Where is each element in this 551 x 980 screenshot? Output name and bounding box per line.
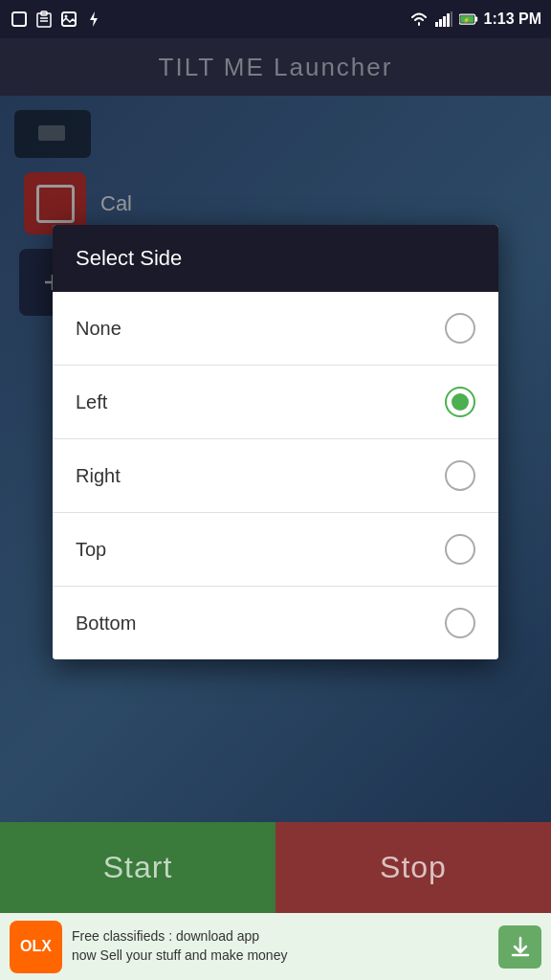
svg-rect-8 [439, 19, 442, 27]
ad-banner[interactable]: OLX Free classifieds : download app now … [0, 913, 551, 980]
svg-text:⚡: ⚡ [463, 16, 471, 24]
radio-left-circle [445, 387, 475, 417]
svg-rect-0 [12, 12, 26, 26]
select-side-dialog: Select Side None Left Right Top Bottom [53, 225, 498, 659]
battery-icon: ⚡ [459, 10, 478, 29]
radio-bottom-circle [445, 608, 475, 638]
svg-rect-9 [443, 16, 446, 27]
ad-line1: Free classifieds : download app [72, 927, 489, 947]
radio-right-circle [445, 460, 475, 491]
dialog-header: Select Side [53, 225, 498, 292]
radio-bottom-label: Bottom [76, 612, 136, 635]
radio-right[interactable]: Right [53, 439, 498, 513]
stop-button[interactable]: Stop [276, 822, 551, 913]
app-background: TILT ME Launcher Cal [0, 38, 551, 980]
time-display: 1:13 PM [484, 11, 541, 28]
radio-none-circle [445, 313, 475, 344]
radio-bottom[interactable]: Bottom [53, 587, 498, 659]
radio-none-label: None [76, 318, 121, 340]
status-bar: ⚡ 1:13 PM [0, 0, 551, 38]
dialog-title: Select Side [76, 246, 182, 270]
dialog-body: None Left Right Top Bottom [53, 292, 498, 659]
radio-left[interactable]: Left [53, 366, 498, 439]
clipboard-icon [34, 10, 54, 29]
ad-text-block: Free classifieds : download app now Sell… [72, 927, 489, 965]
ad-line2: now Sell your stuff and make money [72, 947, 489, 966]
svg-rect-11 [451, 11, 452, 27]
radio-left-label: Left [76, 391, 107, 413]
ad-logo-text: OLX [20, 938, 52, 955]
radio-top-circle [445, 534, 475, 565]
wifi-icon [409, 10, 429, 29]
start-label: Start [103, 850, 173, 885]
window-icon [10, 10, 29, 29]
svg-rect-7 [435, 22, 438, 27]
ad-logo: OLX [10, 921, 62, 973]
status-icons-right: ⚡ 1:13 PM [409, 10, 541, 29]
status-icons-left [10, 10, 103, 29]
radio-none[interactable]: None [53, 292, 498, 366]
start-button[interactable]: Start [0, 822, 276, 913]
image-icon [59, 10, 78, 29]
bolt-icon [84, 10, 103, 29]
svg-rect-13 [474, 17, 477, 22]
stop-label: Stop [380, 850, 447, 885]
ad-download-button[interactable] [498, 925, 541, 969]
svg-rect-10 [447, 13, 450, 27]
radio-right-label: Right [76, 465, 121, 487]
bottom-buttons: Start Stop [0, 822, 551, 913]
radio-top-label: Top [76, 539, 106, 561]
signal-icon [434, 10, 453, 29]
radio-top[interactable]: Top [53, 513, 498, 587]
